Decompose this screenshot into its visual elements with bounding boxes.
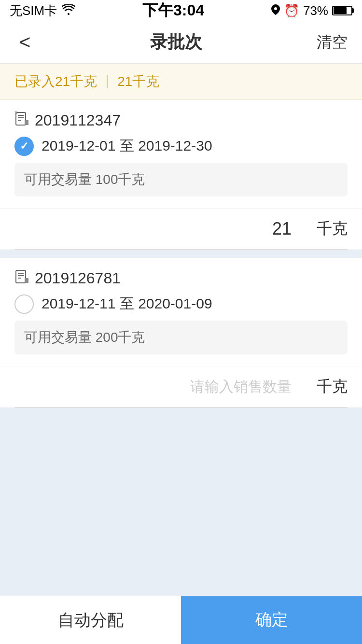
battery-percent: 73% <box>303 3 328 18</box>
svg-point-0 <box>274 7 277 10</box>
status-time: 下午3:04 <box>142 0 204 21</box>
batch-date-1: 2019-12-01 至 2019-12-30 <box>42 136 212 156</box>
svg-rect-10 <box>25 278 28 283</box>
availability-text-2: 可用交易量 200千克 <box>24 330 145 345</box>
batch-doc-icon-1 <box>14 112 29 129</box>
section-divider <box>0 250 362 258</box>
batch-date-2: 2019-12-11 至 2020-01-09 <box>42 294 212 314</box>
auto-assign-button[interactable]: 自动分配 <box>0 596 181 644</box>
alarm-icon: ⏰ <box>284 3 299 18</box>
batch-number-1: 2019112347 <box>35 112 121 129</box>
status-bar: 无SIM卡 下午3:04 ⏰ 73% <box>0 0 362 21</box>
info-divider <box>107 75 108 88</box>
batch-date-row-1[interactable]: 2019-12-01 至 2019-12-30 <box>14 136 348 156</box>
availability-box-1: 可用交易量 100千克 <box>14 163 348 196</box>
radio-button-1[interactable] <box>14 137 34 156</box>
availability-text-1: 可用交易量 100千克 <box>24 172 145 187</box>
availability-box-2: 可用交易量 200千克 <box>14 321 348 354</box>
batch-item-1: 2019112347 2019-12-01 至 2019-12-30 可用交易量… <box>0 100 362 208</box>
info-banner: 已录入21千克 21千克 <box>0 64 362 100</box>
quantity-unit-2: 千克 <box>317 376 348 397</box>
status-right: ⏰ 73% <box>271 3 352 18</box>
quantity-unit-1: 千克 <box>317 218 348 239</box>
nav-bar: < 录批次 清空 <box>0 21 362 64</box>
quantity-value-1: 21 <box>272 219 292 239</box>
bottom-area <box>0 408 362 625</box>
svg-rect-6 <box>16 270 26 283</box>
batch-header-2: 2019126781 <box>14 269 348 287</box>
battery-icon <box>332 6 352 15</box>
recorded-label: 已录入21千克 <box>14 72 97 91</box>
bottom-bar: 自动分配 确定 <box>0 596 362 644</box>
wifi-icon <box>62 3 75 18</box>
clear-button[interactable]: 清空 <box>317 32 348 53</box>
quantity-row-1: 21 千克 <box>0 208 362 249</box>
page-title: 录批次 <box>150 30 202 54</box>
confirm-button[interactable]: 确定 <box>181 596 362 644</box>
no-sim-text: 无SIM卡 <box>10 2 57 19</box>
batch-doc-icon-2 <box>14 269 29 287</box>
radio-button-2[interactable] <box>14 294 34 314</box>
quantity-row-2[interactable]: 请输入销售数量 千克 <box>0 366 362 407</box>
batch-number-2: 2019126781 <box>35 269 121 287</box>
quantity-placeholder-2[interactable]: 请输入销售数量 <box>190 377 292 397</box>
svg-rect-5 <box>25 120 28 125</box>
location-icon <box>271 3 280 18</box>
total-label: 21千克 <box>117 72 159 91</box>
batch-item-2: 2019126781 2019-12-11 至 2020-01-09 可用交易量… <box>0 258 362 366</box>
status-left: 无SIM卡 <box>10 2 75 19</box>
batch-header-1: 2019112347 <box>14 112 348 129</box>
batch-date-row-2[interactable]: 2019-12-11 至 2020-01-09 <box>14 294 348 314</box>
back-button[interactable]: < <box>14 27 35 58</box>
